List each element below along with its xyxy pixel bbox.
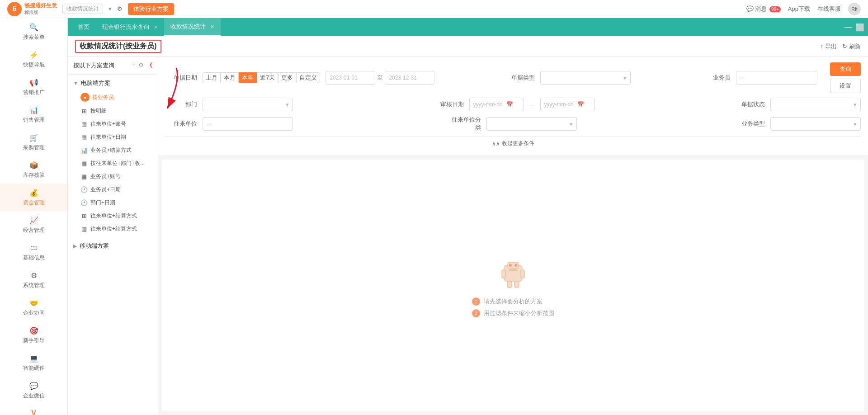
sidebar-item-member[interactable]: V 畅会员	[0, 404, 67, 415]
message-icon[interactable]: 💬 消息 99+	[746, 5, 781, 13]
btn-more[interactable]: 更多	[278, 72, 296, 83]
scheme-group-mobile-title[interactable]: ▶ 移动端方案	[68, 239, 158, 253]
date-from-input[interactable]: 2023-01-01	[326, 71, 375, 85]
scheme-item-partner-date[interactable]: ▦ 往来单位+日期	[68, 131, 158, 144]
scheme-item-salesperson-date[interactable]: 🕐 业务员+日期	[68, 183, 158, 196]
tab-collection-close[interactable]: ✕	[210, 24, 214, 30]
sidebar-item-marketing[interactable]: 📢 营销推广	[0, 73, 67, 101]
message-label: 消息	[755, 5, 767, 12]
calendar-icon-right: 📅	[577, 101, 584, 108]
voucher-type-select[interactable]: ▾	[540, 71, 631, 85]
filter-panel-icons: + ⚙ 《	[132, 61, 152, 70]
date-to-input[interactable]: 2023-12-31	[385, 71, 434, 85]
gear-icon[interactable]: ⚙	[117, 5, 123, 12]
scheme-item-by-salesperson[interactable]: ● 按业务员	[68, 90, 158, 104]
audit-date-from[interactable]: yyyy-mm-dd 📅	[469, 98, 524, 111]
sidebar-item-search[interactable]: 🔍 搜索菜单	[0, 18, 67, 46]
tab-home-label: 首页	[78, 23, 90, 31]
top-bar: 6 畅捷通好生意 标准版 收款情况统计 ▾ ⚙ 体验行业方案 💬 消息 99+ …	[0, 0, 868, 18]
sidebar-item-purchase[interactable]: 🛒 采购管理	[0, 128, 67, 156]
tab-home[interactable]: 首页	[71, 18, 96, 36]
filter-form: 单据日期 上月 本月 本年 近7天 更多 自定义 2023-01-01	[158, 57, 868, 156]
minimize-icon[interactable]: —	[844, 23, 852, 31]
main-content: 按以下方案查询 + ⚙ 《 ▼ 电脑端方案 ●	[68, 57, 868, 415]
empty-tip-2: 2 用过滤条件来缩小分析范围	[472, 309, 554, 317]
page-actions: ↑ 导出 ↻ 刷新	[821, 42, 861, 51]
user-avatar[interactable]: Rit	[848, 3, 861, 15]
empty-tip-1: 1 请先选择要分析的方案	[472, 297, 554, 306]
sidebar-item-wechat[interactable]: 💬 企业微信	[0, 377, 67, 404]
scheme-item-partner-settlement1[interactable]: ⊞ 往来单位+结算方式	[68, 209, 158, 222]
btn-this-year[interactable]: 本年	[239, 72, 257, 83]
trial-button[interactable]: 体验行业方案	[128, 3, 174, 15]
scheme-item-by-detail[interactable]: ⊞ 按明细	[68, 104, 158, 118]
add-scheme-icon[interactable]: +	[132, 61, 136, 70]
btn-this-month[interactable]: 本月	[221, 72, 239, 83]
collapse-panel-icon[interactable]: 《	[146, 61, 152, 70]
maximize-icon[interactable]: ⬜	[855, 23, 864, 32]
right-panel: 单据日期 上月 本月 本年 近7天 更多 自定义 2023-01-01	[158, 57, 868, 415]
app-name: 畅捷通好生意	[24, 2, 57, 9]
svg-rect-5	[502, 270, 505, 278]
settings-scheme-icon[interactable]: ⚙	[138, 61, 144, 70]
scheme-item-partner-account[interactable]: ▦ 往来单位+账号	[68, 118, 158, 131]
svg-point-2	[509, 264, 512, 267]
sidebar-item-hardware[interactable]: 💻 智能硬件	[0, 349, 67, 377]
dropdown-icon[interactable]: ▾	[108, 5, 112, 12]
partner-category-select[interactable]: ▾	[486, 117, 577, 131]
tab-collection[interactable]: 收款情况统计 ✕	[164, 18, 221, 36]
date-to-value: 2023-12-31	[389, 75, 416, 81]
logo-icon: 6	[7, 2, 22, 16]
refresh-button[interactable]: ↻ 刷新	[842, 42, 861, 51]
sidebar-label-operations: 经营管理	[23, 226, 45, 234]
scheme-label-partner-dept: 按往来单位+部门+收...	[90, 160, 145, 167]
sidebar-item-basic[interactable]: 🗃 基础信息	[0, 239, 67, 266]
table-icon-3: ▦	[80, 160, 88, 167]
scheme-label-by-detail: 按明细	[90, 107, 107, 115]
sidebar-item-sales[interactable]: 📊 销售管理	[0, 101, 67, 128]
salesperson-select[interactable]: ···	[736, 71, 817, 85]
scheme-label-salesperson-account: 业务员+账号	[90, 173, 121, 180]
app-download-link[interactable]: App下载	[788, 5, 810, 13]
online-service-link[interactable]: 在线客服	[817, 5, 841, 13]
svg-rect-7	[507, 281, 512, 288]
sidebar-item-quicknav[interactable]: ⚡ 快捷导航	[0, 46, 67, 73]
quicknav-icon: ⚡	[29, 50, 38, 59]
scheme-item-dept-date[interactable]: 🕐 部门+日期	[68, 196, 158, 209]
refresh-icon: ↻	[842, 43, 847, 50]
sidebar-item-guide[interactable]: 🎯 新手引导	[0, 321, 67, 349]
dept-select[interactable]: ▾	[203, 98, 293, 111]
scheme-label-partner-settlement2: 往来单位+结算方式	[90, 225, 137, 233]
sidebar-item-system[interactable]: ⚙ 系统管理	[0, 266, 67, 294]
scheme-item-partner-settlement2[interactable]: ▦ 往来单位+结算方式	[68, 222, 158, 236]
app-logo: 6 畅捷通好生意 标准版	[7, 2, 57, 16]
sidebar-label-finance: 资金管理	[23, 199, 45, 207]
voucher-status-select[interactable]: ▾	[770, 98, 861, 111]
sidebar-item-enterprise[interactable]: 🤝 企业协同	[0, 294, 67, 321]
export-button[interactable]: ↑ 导出	[821, 42, 837, 51]
btn-last-month[interactable]: 上月	[203, 72, 221, 83]
tab-bank-close[interactable]: ✕	[154, 24, 158, 30]
scheme-item-partner-dept[interactable]: ▦ 按往来单位+部门+收...	[68, 157, 158, 170]
partner-category-label: 往来单位分类	[449, 116, 481, 132]
scheme-item-salesperson-account[interactable]: ▦ 业务员+账号	[68, 170, 158, 183]
sidebar-item-finance[interactable]: 💰 资金管理	[0, 184, 67, 211]
query-button[interactable]: 查询	[830, 62, 861, 76]
active-dot-icon: ●	[80, 93, 90, 102]
btn-custom[interactable]: 自定义	[296, 72, 320, 83]
filter-panel-title: 按以下方案查询	[73, 61, 114, 70]
btn-7days[interactable]: 近7天	[257, 72, 278, 83]
audit-to-placeholder: yyyy-mm-dd	[544, 101, 574, 108]
partner-select[interactable]: ···	[203, 117, 293, 131]
business-type-select[interactable]: ▾	[770, 117, 861, 131]
collapse-filter-button[interactable]: ∧∧ 收起更多条件	[165, 137, 861, 150]
settings-form-button[interactable]: 设置	[830, 79, 861, 93]
scheme-group-desktop-title[interactable]: ▼ 电脑端方案	[68, 76, 158, 90]
sidebar-item-operations[interactable]: 📈 经营管理	[0, 211, 67, 239]
audit-date-to[interactable]: yyyy-mm-dd 📅	[540, 98, 594, 111]
sidebar-item-inventory[interactable]: 📦 库存核算	[0, 156, 67, 184]
wechat-icon: 💬	[29, 381, 38, 390]
tab-bank[interactable]: 现金银行流水查询 ✕	[96, 18, 164, 36]
filter-row-1: 单据日期 上月 本月 本年 近7天 更多 自定义 2023-01-01	[165, 62, 861, 93]
scheme-item-salesperson-settlement[interactable]: 📊 业务员+结算方式	[68, 144, 158, 157]
